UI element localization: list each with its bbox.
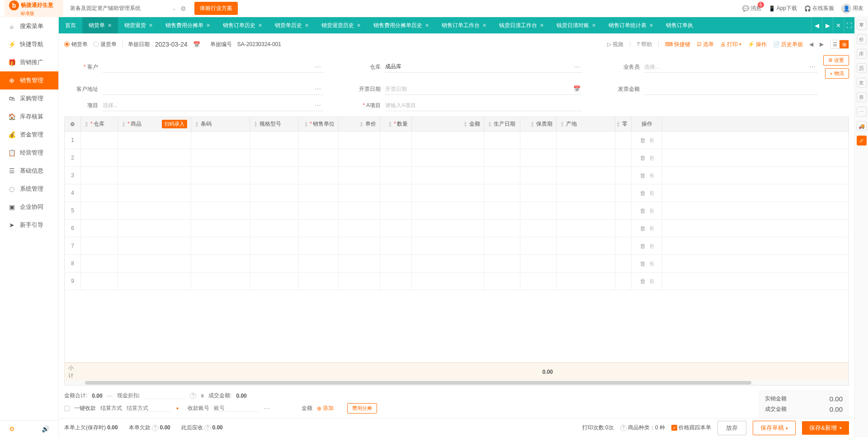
cell-unit[interactable]	[299, 167, 339, 184]
cell-zero[interactable]	[615, 149, 632, 166]
tab-0[interactable]: 首页	[59, 17, 82, 33]
history-link[interactable]: 📄历史单据	[773, 41, 803, 48]
warehouse-lookup-icon[interactable]: ⋯	[574, 63, 580, 70]
sidebar-item-9[interactable]: ◌系统管理	[0, 180, 58, 198]
cell-product[interactable]	[118, 167, 191, 184]
tab-fullscreen[interactable]: ⛶	[844, 17, 854, 33]
addr-lookup-icon[interactable]: ⋯	[315, 85, 321, 93]
radio-return[interactable]: 退货单	[93, 41, 117, 48]
cell-date[interactable]	[484, 149, 520, 166]
cell-product[interactable]	[118, 255, 191, 272]
cell-unit[interactable]	[299, 237, 339, 254]
cell-zero[interactable]	[615, 220, 632, 237]
cell-barcode[interactable]	[191, 220, 250, 237]
trash-icon[interactable]: 🗑	[640, 172, 646, 179]
tab-11[interactable]: 销售订单统计表✕	[602, 17, 660, 33]
sort-icon[interactable]: ▲▼	[463, 121, 467, 127]
salesman-lookup-icon[interactable]: ⋯	[809, 63, 816, 70]
customer-addr-input[interactable]	[103, 86, 323, 92]
help-icon[interactable]: ?	[190, 393, 196, 399]
cell-origin[interactable]	[557, 202, 615, 219]
sort-icon[interactable]: ▲▼	[195, 121, 199, 127]
cell-barcode[interactable]	[191, 237, 250, 254]
cell-product[interactable]	[118, 237, 191, 254]
sidebar-item-1[interactable]: ⚡快捷导航	[0, 35, 58, 53]
tab-12[interactable]: 销售订单执	[660, 17, 699, 33]
operate-link[interactable]: ⚡操作	[748, 41, 767, 48]
copy-icon[interactable]: ⎘	[650, 278, 654, 285]
cell-origin[interactable]	[557, 220, 615, 237]
sidebar-item-5[interactable]: 🏠库存核算	[0, 108, 58, 126]
tab-next[interactable]: ▶	[822, 17, 833, 33]
sidebar-item-8[interactable]: ☰基础信息	[0, 162, 58, 180]
cell-shelf[interactable]	[520, 255, 557, 272]
project-input[interactable]	[103, 102, 323, 108]
close-icon[interactable]: ✕	[258, 23, 262, 28]
sidebar-sound-icon[interactable]: 🔊	[42, 425, 49, 432]
tab-2[interactable]: 销货退货✕	[118, 17, 159, 33]
view-list[interactable]: ☰	[830, 40, 840, 48]
copy-icon[interactable]: ⎘	[650, 190, 654, 197]
cell-unit[interactable]	[299, 202, 339, 219]
table-row[interactable]: 4🗑⎘	[65, 184, 849, 202]
trash-icon[interactable]: 🗑	[640, 278, 646, 285]
sort-icon[interactable]: ▲▼	[388, 121, 392, 127]
gear-icon[interactable]: ⚙	[180, 5, 186, 12]
video-link[interactable]: ▷视频	[607, 41, 623, 48]
sidebar-item-6[interactable]: 💰资金管理	[0, 126, 58, 144]
trash-icon[interactable]: 🗑	[640, 207, 646, 214]
cell-date[interactable]	[484, 255, 520, 272]
cell-barcode[interactable]	[191, 184, 250, 202]
cell-amount[interactable]	[412, 184, 484, 202]
cell-price[interactable]	[339, 255, 380, 272]
chevron-down-icon[interactable]: ⌄	[172, 6, 176, 11]
sort-icon[interactable]: ▲▼	[304, 121, 308, 127]
salesman-input[interactable]	[644, 64, 818, 70]
calendar-icon[interactable]: 📅	[573, 85, 580, 92]
fee-split-button[interactable]: 费用分摊	[347, 403, 377, 414]
cell-spec[interactable]	[250, 237, 299, 254]
cell-shelf[interactable]	[520, 273, 557, 290]
cell-price[interactable]	[339, 184, 380, 202]
cell-shelf[interactable]	[520, 167, 557, 184]
cell-origin[interactable]	[557, 184, 615, 202]
account-input[interactable]	[214, 405, 259, 412]
chevron-down-icon[interactable]: ▾	[176, 406, 179, 411]
discard-button[interactable]: 放弃	[717, 421, 746, 435]
cell-spec[interactable]	[250, 149, 299, 166]
cell-spec[interactable]	[250, 202, 299, 219]
cell-origin[interactable]	[557, 132, 615, 149]
trash-icon[interactable]: 🗑	[640, 243, 646, 249]
tab-10[interactable]: 钱货日清对账✕	[550, 17, 602, 33]
date-value[interactable]: 2023-03-24	[155, 41, 188, 48]
cell-warehouse[interactable]	[81, 220, 118, 237]
onekey-checkbox[interactable]	[64, 406, 70, 411]
trash-icon[interactable]: 🗑	[640, 137, 646, 144]
cell-warehouse[interactable]	[81, 273, 118, 290]
customer-lookup-icon[interactable]: ⋯	[315, 63, 321, 70]
cell-unit[interactable]	[299, 132, 339, 149]
trial-button[interactable]: 体验行业方案	[194, 2, 238, 15]
copy-icon[interactable]: ⎘	[650, 260, 654, 267]
cell-product[interactable]	[118, 220, 191, 237]
sidebar-item-7[interactable]: 📋经营管理	[0, 144, 58, 162]
rail-item-0[interactable]: 草	[857, 20, 867, 30]
cell-amount[interactable]	[412, 255, 484, 272]
cell-barcode[interactable]	[191, 255, 250, 272]
cell-amount[interactable]	[412, 273, 484, 290]
copy-icon[interactable]: ⎘	[650, 137, 654, 144]
cell-product[interactable]	[118, 149, 191, 166]
cell-price[interactable]	[339, 202, 380, 219]
trash-icon[interactable]: 🗑	[640, 260, 646, 267]
sort-icon[interactable]: ▲▼	[122, 121, 126, 127]
sort-icon[interactable]: ▲▼	[254, 121, 258, 127]
copy-icon[interactable]: ⎘	[650, 225, 654, 232]
col-settings[interactable]: ⚙	[65, 117, 81, 131]
cell-unit[interactable]	[299, 220, 339, 237]
copy-icon[interactable]: ⎘	[650, 207, 654, 214]
settle-input[interactable]	[127, 405, 172, 412]
close-icon[interactable]: ✕	[482, 23, 486, 28]
sort-icon[interactable]: ▲▼	[488, 121, 492, 127]
tab-7[interactable]: 销售费用分摊单历史✕	[367, 17, 435, 33]
cell-price[interactable]	[339, 273, 380, 290]
